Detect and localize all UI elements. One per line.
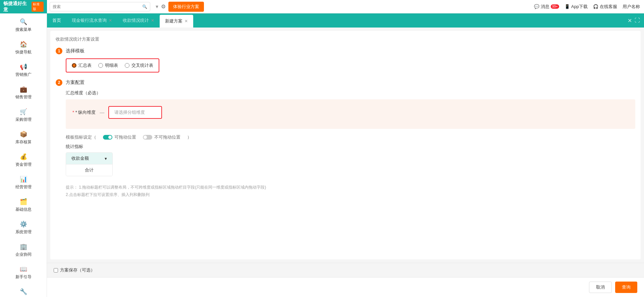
sidebar-item-sales[interactable]: 💼 销售管理 xyxy=(0,81,47,103)
tab-collection-close[interactable]: ✕ xyxy=(151,18,154,23)
radio-detail-label: 明细表 xyxy=(105,62,118,68)
basic-icon: 🗂️ xyxy=(20,198,27,205)
search-icon: 🔍 xyxy=(142,4,147,9)
save-checkbox[interactable] xyxy=(54,268,58,273)
sidebar-item-label: 库存核算 xyxy=(15,139,32,145)
sidebar: 🔍 搜索菜单 🏠 快捷导航 📢 营销推广 💼 销售管理 🛒 采购管理 📦 库存核… xyxy=(0,13,47,297)
radio-summary[interactable]: 汇总表 xyxy=(72,62,92,68)
search-input[interactable] xyxy=(53,4,141,9)
cancel-button[interactable]: 取消 xyxy=(589,282,612,293)
radio-detail[interactable]: 明细表 xyxy=(98,62,118,68)
message-icon: 💬 xyxy=(534,4,539,9)
logo-text: 畅捷通好生意 xyxy=(3,1,30,13)
message-badge: 99+ xyxy=(551,4,559,9)
dimension-row-label: * * 纵向维度 xyxy=(72,109,96,115)
step1-header: 1 选择模板 xyxy=(56,48,635,54)
step2-section: 2 方案配置 汇总维度（必选） * * 纵向维度 — xyxy=(56,79,635,198)
sidebar-item-management[interactable]: 📊 经营管理 xyxy=(0,171,47,193)
tab-collection[interactable]: 收款情况统计 ✕ xyxy=(117,13,160,28)
tab-new-plan[interactable]: 新建方案 ✕ xyxy=(160,15,193,28)
tab-home-label: 首页 xyxy=(52,17,61,23)
hint-section: 提示： 1.拖动标题栏可以调整布局，不可跨维度或指标区域拖动栏目字段(只能在同一… xyxy=(66,184,635,198)
no-drag-tag: 不可拖动位置 xyxy=(143,134,180,140)
dropdown-icon[interactable]: ▾ xyxy=(156,3,158,10)
page-content: 收款情况统计方案设置 1 选择模板 汇总表 xyxy=(47,28,644,263)
sidebar-item-system[interactable]: ⚙️ 系统管理 xyxy=(0,216,47,238)
metrics-col-label: 收款金额 xyxy=(71,155,89,161)
radio-detail-input[interactable] xyxy=(98,63,103,68)
tab-expand-icon[interactable]: ⛶ xyxy=(635,17,640,23)
tab-cashflow-close[interactable]: ✕ xyxy=(109,18,112,23)
gear-icon[interactable]: ⚙ xyxy=(161,3,166,10)
sidebar-item-label: 采购管理 xyxy=(15,117,32,122)
query-button[interactable]: 查询 xyxy=(615,282,637,293)
search-menu-icon: 🔍 xyxy=(20,18,27,26)
sidebar-item-hardware[interactable]: 🔧 智能硬件 xyxy=(0,283,47,297)
step1-num: 1 xyxy=(56,48,62,54)
save-label: 方案保存（可选） xyxy=(60,267,95,273)
tab-new-plan-close[interactable]: ✕ xyxy=(184,19,188,23)
hardware-icon: 🔧 xyxy=(20,288,27,295)
page-footer: 方案保存（可选） xyxy=(47,263,644,277)
sidebar-item-finance[interactable]: 💰 资金管理 xyxy=(0,148,47,171)
sidebar-item-search[interactable]: 🔍 搜索菜单 xyxy=(0,13,47,36)
sidebar-item-label: 销售管理 xyxy=(15,94,32,100)
bottom-action-bar: 取消 查询 xyxy=(47,277,644,297)
can-drag-tag: 可拖动位置 xyxy=(103,134,136,140)
sidebar-item-marketing[interactable]: 📢 营销推广 xyxy=(0,58,47,81)
required-mark: * xyxy=(72,110,74,115)
sidebar-item-cooperation[interactable]: 🏢 企业协同 xyxy=(0,238,47,261)
download-action[interactable]: 📱 App下载 xyxy=(565,4,588,10)
sidebar-item-purchase[interactable]: 🛒 采购管理 xyxy=(0,103,47,126)
sidebar-item-guide[interactable]: 📖 新手引导 xyxy=(0,261,47,283)
sidebar-item-nav[interactable]: 🏠 快捷导航 xyxy=(0,36,47,58)
top-actions: 💬 消息 99+ 📱 App下载 🎧 在线客服 用户名称 xyxy=(534,4,640,10)
dimension-area: * * 纵向维度 — 请选择分组维度 xyxy=(66,99,635,129)
drag-toggle-off xyxy=(143,135,152,140)
metrics-row-label: 合计 xyxy=(85,167,94,172)
sidebar-item-label: 搜索菜单 xyxy=(15,27,32,33)
arrow-icon: — xyxy=(100,110,104,115)
save-checkbox-label[interactable]: 方案保存（可选） xyxy=(54,267,95,273)
finance-icon: 💰 xyxy=(20,153,27,160)
dimension-label-text: * 纵向维度 xyxy=(75,110,96,115)
step1-title: 选择模板 xyxy=(66,48,85,54)
top-bar: 畅捷通好生意 标准版 🔍 ▾ ⚙ 体验行业方案 💬 消息 99+ 📱 App下载… xyxy=(0,0,644,13)
content-area: 首页 现金银行流水查询 ✕ 收款情况统计 ✕ 新建方案 ✕ ✕ ⛶ xyxy=(47,13,644,297)
no-drag-label: 不可拖动位置 xyxy=(154,134,180,140)
metrics-section: 模板指标设定（ 可拖动位置 不可拖动位置 ） xyxy=(66,134,635,177)
message-action[interactable]: 💬 消息 99+ xyxy=(534,4,559,10)
step2-body: 汇总维度（必选） * * 纵向维度 — 请选择分组维度 xyxy=(56,90,635,198)
dimension-row: * * 纵向维度 — 请选择分组维度 xyxy=(72,106,629,119)
sidebar-item-inventory[interactable]: 📦 库存核算 xyxy=(0,126,47,148)
hint-line1: 提示： 1.拖动标题栏可以调整布局，不可跨维度或指标区域拖动栏目字段(只能在同一… xyxy=(66,184,635,191)
sidebar-item-basic[interactable]: 🗂️ 基础信息 xyxy=(0,193,47,216)
tab-close-all-icon[interactable]: ✕ xyxy=(628,17,632,24)
tab-home[interactable]: 首页 xyxy=(47,13,66,28)
radio-cross[interactable]: 交叉统计表 xyxy=(125,62,153,68)
tab-collection-label: 收款情况统计 xyxy=(123,17,149,23)
username: 用户名称 xyxy=(623,4,640,10)
metrics-header-close: ） xyxy=(187,134,192,140)
metrics-title-label: 统计指标 xyxy=(66,144,635,150)
tab-cashflow-label: 现金银行流水查询 xyxy=(72,17,107,23)
search-box[interactable]: 🔍 xyxy=(50,2,150,11)
radio-summary-input[interactable] xyxy=(72,63,76,68)
drag-toggle-on xyxy=(103,135,112,140)
metrics-col-dropdown[interactable]: ▾ xyxy=(105,156,107,161)
tab-cashflow[interactable]: 现金银行流水查询 ✕ xyxy=(66,13,117,28)
service-action[interactable]: 🎧 在线客服 xyxy=(593,4,617,10)
metrics-col-header[interactable]: 收款金额 ▾ xyxy=(66,153,112,164)
sales-icon: 💼 xyxy=(20,86,27,93)
radio-cross-input[interactable] xyxy=(125,63,129,68)
step2-title: 方案配置 xyxy=(66,80,85,86)
tab-bar-right: ✕ ⛶ xyxy=(624,13,644,28)
breadcrumb: 收款情况统计方案设置 xyxy=(56,36,635,42)
dimension-select[interactable]: 请选择分组维度 xyxy=(108,106,162,119)
metrics-row-total: 合计 xyxy=(66,164,112,176)
step2-num: 2 xyxy=(56,79,62,86)
tab-new-plan-label: 新建方案 xyxy=(165,18,182,24)
industry-button[interactable]: 体验行业方案 xyxy=(168,2,204,12)
hint-line2: 2.点击标题栏下拉可设置排序、插入列和删除列 xyxy=(66,191,635,199)
step2-header: 2 方案配置 xyxy=(56,79,635,86)
